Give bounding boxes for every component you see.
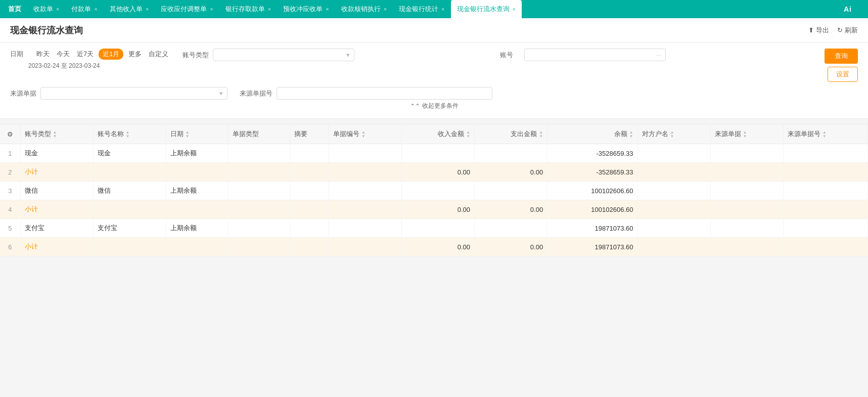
row-date: 上期余额 — [166, 219, 228, 238]
col-source-doc[interactable]: 来源单据▲▼ — [710, 124, 783, 144]
close-icon-ar-ap-adjust[interactable]: × — [210, 6, 213, 12]
row-expense — [475, 219, 547, 238]
row-doc-no — [329, 163, 401, 182]
col-counterparty[interactable]: 对方户名▲▼ — [637, 124, 710, 144]
close-icon-payment[interactable]: × — [94, 6, 97, 12]
table-row: 1现金现金上期余额-3528659.33 — [0, 144, 868, 163]
refresh-button[interactable]: ↻ 刷新 — [837, 26, 858, 35]
page-header: 现金银行流水查询 ⬆ 导出 ↻ 刷新 Ai — [0, 18, 868, 42]
query-button[interactable]: 查询 — [825, 49, 858, 64]
col-account-name[interactable]: 账号名称▲▼ — [93, 124, 166, 144]
export-button[interactable]: ⬆ 导出 — [808, 26, 829, 35]
row-account-type: 小计 — [20, 200, 93, 219]
nav-item-receipt[interactable]: 收款单 × — [27, 0, 65, 18]
export-label: 导出 — [816, 26, 829, 35]
row-doc-type — [228, 144, 290, 163]
row-summary — [290, 219, 329, 238]
row-counterparty — [637, 182, 710, 200]
row-doc-type — [228, 219, 290, 238]
account-select[interactable]: ··· — [524, 49, 666, 61]
col-expense[interactable]: 支出金额▲▼ — [475, 124, 547, 144]
nav-item-bank-deposit[interactable]: 银行存取款单 × — [219, 0, 277, 18]
col-balance[interactable]: 余额▲▼ — [547, 124, 637, 144]
row-account-name — [93, 238, 166, 256]
date-opt-custom[interactable]: 自定义 — [147, 49, 170, 60]
table-row: 6小计0.000.0019871073.60 — [0, 238, 868, 256]
settings-button[interactable]: 设置 — [828, 67, 858, 82]
close-icon-cash-bank-flow[interactable]: × — [513, 6, 516, 12]
row-doc-type — [228, 182, 290, 200]
account-label: 账号 — [500, 51, 520, 60]
date-opt-more[interactable]: 更多 — [126, 49, 144, 60]
nav-item-payment[interactable]: 付款单 × — [65, 0, 103, 18]
nav-item-receipt-verify[interactable]: 收款核销执行 × — [335, 0, 393, 18]
row-doc-type — [228, 200, 290, 219]
nav-item-cash-bank-stat[interactable]: 现金银行统计 × — [393, 0, 450, 18]
table-row: 4小计0.000.00100102606.60 — [0, 200, 868, 219]
table-header-row: ⚙ 账号类型▲▼ 账号名称▲▼ 日期▲▼ 单据类型 摘要 单据编号▲▼ 收入金额… — [0, 124, 868, 144]
close-icon-receipt[interactable]: × — [56, 6, 59, 12]
row-doc-no — [329, 144, 401, 163]
nav-item-home[interactable]: 首页 — [2, 0, 27, 18]
date-opt-yesterday[interactable]: 昨天 — [34, 49, 52, 60]
ai-badge[interactable]: Ai — [838, 4, 858, 14]
row-counterparty — [637, 200, 710, 219]
account-type-label: 账号类型 — [182, 51, 209, 60]
col-gear[interactable]: ⚙ — [0, 124, 20, 144]
nav-item-home-label: 首页 — [8, 5, 21, 14]
row-account-type: 小计 — [20, 163, 93, 182]
nav-item-ar-ap-adjust[interactable]: 应收应付调整单 × — [155, 0, 219, 18]
account-dots-icon[interactable]: ··· — [656, 51, 661, 59]
source-doc-no-input[interactable] — [281, 90, 488, 97]
row-num: 2 — [0, 163, 20, 182]
filter-area: 日期 昨天 今天 近7天 近1月 更多 自定义 2023-02-24 至 202… — [0, 42, 868, 119]
nav-label-other-income: 其他收入单 — [110, 5, 143, 14]
table-row: 3微信微信上期余额100102606.60 — [0, 182, 868, 200]
row-source-doc-no — [783, 144, 867, 163]
close-icon-receipt-verify[interactable]: × — [384, 6, 387, 12]
row-expense: 0.00 — [475, 163, 547, 182]
collapse-label: 收起更多条件 — [422, 102, 459, 110]
row-source-doc — [710, 219, 783, 238]
close-icon-cash-bank-stat[interactable]: × — [441, 6, 444, 12]
nav-item-cash-bank-flow[interactable]: 现金银行流水查询 × — [451, 0, 522, 18]
source-doc-select[interactable]: ▾ — [40, 87, 227, 100]
nav-item-other-income[interactable]: 其他收入单 × — [104, 0, 155, 18]
date-opt-1month[interactable]: 近1月 — [99, 49, 123, 60]
account-type-chevron-icon: ▾ — [346, 51, 350, 59]
col-account-type[interactable]: 账号类型▲▼ — [20, 124, 93, 144]
account-type-select[interactable]: ▾ — [213, 49, 354, 61]
col-doc-type[interactable]: 单据类型 — [228, 124, 290, 144]
nav-item-prepay-offset[interactable]: 预收冲应收单 × — [277, 0, 335, 18]
data-table: ⚙ 账号类型▲▼ 账号名称▲▼ 日期▲▼ 单据类型 摘要 单据编号▲▼ 收入金额… — [0, 124, 868, 256]
date-opt-7days[interactable]: 近7天 — [75, 49, 96, 60]
source-doc-no-label: 来源单据号 — [240, 89, 272, 98]
col-source-doc-no[interactable]: 来源单据号▲▼ — [783, 124, 867, 144]
export-icon: ⬆ — [808, 26, 814, 34]
row-account-name: 微信 — [93, 182, 166, 200]
close-icon-prepay-offset[interactable]: × — [326, 6, 329, 12]
table-row: 5支付宝支付宝上期余额19871073.60 — [0, 219, 868, 238]
top-navigation: 首页 收款单 × 付款单 × 其他收入单 × 应收应付调整单 × 银行存取款单 … — [0, 0, 868, 18]
date-opt-today[interactable]: 今天 — [55, 49, 72, 60]
col-income[interactable]: 收入金额▲▼ — [402, 124, 475, 144]
row-date — [166, 238, 228, 256]
nav-label-receipt-verify: 收款核销执行 — [341, 5, 381, 14]
row-account-name — [93, 163, 166, 182]
col-summary[interactable]: 摘要 — [290, 124, 329, 144]
row-num: 4 — [0, 200, 20, 219]
row-balance: 19871073.60 — [547, 219, 637, 238]
collapse-button[interactable]: ⌃⌃ 收起更多条件 — [410, 102, 459, 110]
col-date[interactable]: 日期▲▼ — [166, 124, 228, 144]
row-expense: 0.00 — [475, 200, 547, 219]
row-counterparty — [637, 238, 710, 256]
row-doc-no — [329, 182, 401, 200]
row-counterparty — [637, 144, 710, 163]
close-icon-other-income[interactable]: × — [146, 6, 149, 12]
source-doc-label: 来源单据 — [10, 89, 36, 98]
close-icon-bank-deposit[interactable]: × — [268, 6, 271, 12]
col-doc-no[interactable]: 单据编号▲▼ — [329, 124, 401, 144]
row-doc-no — [329, 200, 401, 219]
row-num: 5 — [0, 219, 20, 238]
row-expense: 0.00 — [475, 238, 547, 256]
